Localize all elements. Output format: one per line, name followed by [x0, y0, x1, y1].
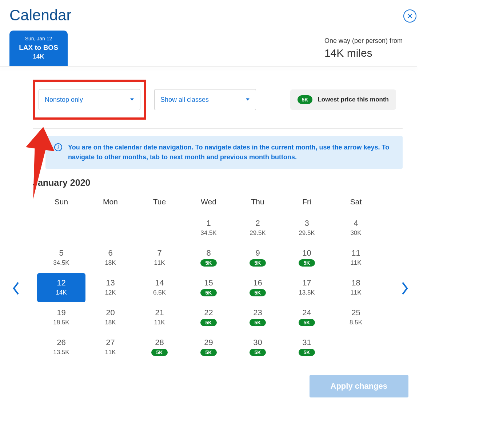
day-cell[interactable]: 85K — [184, 243, 233, 272]
close-icon — [407, 13, 413, 19]
day-number: 22 — [184, 308, 233, 317]
day-cell[interactable]: 329.5K — [283, 213, 331, 243]
day-cell[interactable]: 1312K — [86, 273, 135, 302]
day-cell[interactable]: 229.5K — [233, 213, 282, 243]
info-icon: i — [54, 143, 62, 151]
day-price: 11K — [135, 259, 184, 267]
chevron-down-icon — [130, 96, 134, 104]
day-cell[interactable]: 258.5K — [332, 303, 380, 332]
day-cell[interactable]: 1811K — [332, 273, 380, 302]
day-number: 7 — [135, 248, 184, 258]
day-number: 10 — [283, 248, 331, 258]
day-of-week-header: Wed — [184, 194, 233, 213]
day-cell[interactable]: 430K — [332, 213, 380, 243]
chevron-down-icon — [246, 96, 250, 104]
svg-marker-2 — [130, 99, 134, 101]
day-number: 23 — [233, 308, 282, 317]
day-number: 8 — [184, 248, 233, 258]
day-price: 18K — [86, 319, 135, 326]
day-price: 11K — [332, 289, 380, 296]
day-price: 6.5K — [135, 289, 184, 296]
day-cell[interactable]: 285K — [135, 333, 184, 362]
day-price-lowest: 5K — [299, 349, 315, 356]
day-cell[interactable]: 2613.5K — [37, 333, 85, 362]
class-filter[interactable]: Show all classes — [154, 89, 256, 110]
day-price-lowest: 5K — [200, 259, 217, 267]
day-number: 18 — [332, 278, 380, 288]
day-price: 13.5K — [37, 349, 85, 356]
day-cell[interactable]: 146.5K — [135, 273, 184, 302]
svg-marker-3 — [246, 99, 250, 101]
day-of-week-header: Tue — [135, 194, 184, 213]
day-price-lowest: 5K — [200, 319, 217, 326]
day-cell[interactable]: 618K — [86, 243, 135, 272]
day-cell[interactable]: 95K — [233, 243, 282, 272]
day-number: 15 — [184, 278, 233, 288]
prev-month-button[interactable] — [11, 281, 21, 297]
apply-changes-button[interactable]: Apply changes — [310, 375, 408, 397]
day-price-lowest: 5K — [250, 259, 266, 267]
controls-divider — [33, 128, 403, 129]
trip-date: Sun, Jan 12 — [17, 36, 60, 41]
day-cell[interactable]: 225K — [184, 303, 233, 332]
day-cell-empty — [37, 213, 85, 243]
day-price: 18.5K — [37, 319, 85, 326]
day-cell[interactable]: 711K — [135, 243, 184, 272]
header-divider — [0, 66, 417, 67]
lowest-price-label: Lowest price this month — [318, 96, 389, 103]
day-cell-empty — [86, 213, 135, 243]
day-number: 19 — [37, 308, 85, 317]
day-number: 20 — [86, 308, 135, 317]
day-price-lowest: 5K — [151, 349, 168, 356]
day-number: 25 — [332, 308, 380, 317]
day-cell[interactable]: 165K — [233, 273, 282, 302]
day-of-week-header: Fri — [283, 194, 331, 213]
day-cell[interactable]: 1918.5K — [37, 303, 85, 332]
day-number: 11 — [332, 248, 380, 258]
day-cell[interactable]: 2111K — [135, 303, 184, 332]
day-number: 12 — [37, 278, 85, 288]
day-price: 13.5K — [283, 289, 331, 296]
day-cell[interactable]: 155K — [184, 273, 233, 302]
day-cell[interactable]: 2711K — [86, 333, 135, 362]
day-number: 13 — [86, 278, 135, 288]
day-cell[interactable]: 315K — [283, 333, 331, 362]
day-number: 24 — [283, 308, 331, 317]
page-title: Calendar — [9, 7, 417, 24]
day-cell[interactable]: 235K — [233, 303, 282, 332]
day-cell[interactable]: 295K — [184, 333, 233, 362]
trip-miles: 14K — [17, 53, 60, 60]
day-price: 29.5K — [283, 229, 331, 237]
day-price-lowest: 5K — [250, 349, 266, 356]
trip-route: LAX to BOS — [17, 44, 60, 52]
day-number: 14 — [135, 278, 184, 288]
summary-line2: 14K miles — [324, 47, 403, 59]
day-cell[interactable]: 2018K — [86, 303, 135, 332]
day-number: 28 — [135, 338, 184, 347]
day-price: 14K — [37, 289, 85, 296]
day-cell[interactable]: 534.5K — [37, 243, 85, 272]
day-cell[interactable]: 105K — [283, 243, 331, 272]
lowest-price-indicator: 5K Lowest price this month — [290, 89, 396, 110]
info-text: You are on the calendar date navigation.… — [68, 143, 394, 162]
day-cell[interactable]: 1713.5K — [283, 273, 331, 302]
day-cell[interactable]: 1111K — [332, 243, 380, 272]
next-month-button[interactable] — [400, 281, 410, 297]
day-price: 29.5K — [233, 229, 282, 237]
day-price: 11K — [332, 259, 380, 267]
class-filter-label: Show all classes — [160, 96, 209, 104]
day-price: 30K — [332, 229, 380, 237]
day-price-lowest: 5K — [200, 349, 217, 356]
day-cell[interactable]: 245K — [283, 303, 331, 332]
day-cell-empty — [135, 213, 184, 243]
day-cell[interactable]: 1214K — [37, 273, 85, 302]
stops-filter[interactable]: Nonstop only — [39, 89, 140, 110]
day-price-lowest: 5K — [200, 289, 217, 296]
day-cell[interactable]: 305K — [233, 333, 282, 362]
day-cell[interactable]: 134.5K — [184, 213, 233, 243]
day-number: 9 — [233, 248, 282, 258]
close-button[interactable] — [403, 9, 416, 23]
day-price-lowest: 5K — [250, 289, 266, 296]
day-number: 5 — [37, 248, 85, 258]
selected-trip-card[interactable]: Sun, Jan 12 LAX to BOS 14K — [9, 31, 68, 66]
